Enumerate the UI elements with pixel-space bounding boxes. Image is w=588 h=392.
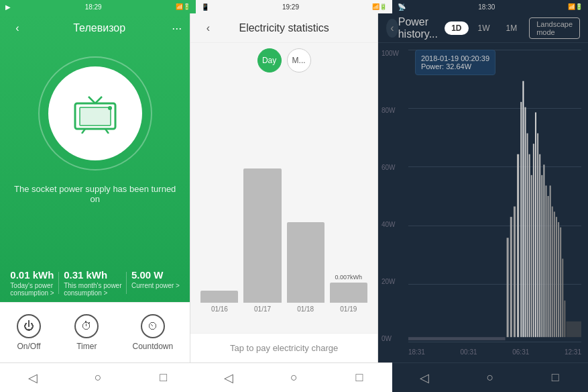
bottom-nav: ◁ ○ □ ◁ ○ □ ◁ ○ □ bbox=[0, 362, 588, 392]
electricity-stats-panel: ‹ Electricity statistics Day M... 01/16 … bbox=[190, 13, 378, 362]
status-time-2: 19:29 bbox=[282, 3, 299, 11]
y-axis-labels: 100W 80W 60W 40W 20W 0W bbox=[381, 50, 399, 342]
nav-recent-2[interactable]: □ bbox=[349, 367, 370, 389]
stat-today-label: Today's powerconsumption > bbox=[10, 282, 54, 297]
y-label-100w: 100W bbox=[381, 50, 399, 57]
svg-rect-28 bbox=[552, 207, 553, 338]
onoff-button[interactable]: ⏻ On/Off bbox=[17, 314, 41, 351]
stat-divider-1 bbox=[58, 272, 59, 294]
svg-rect-35 bbox=[566, 322, 581, 337]
tv-circle-inner[interactable] bbox=[48, 66, 142, 160]
tab-1d[interactable]: 1D bbox=[445, 21, 468, 35]
stat-divider-2 bbox=[126, 272, 127, 294]
nav-home-3[interactable]: ○ bbox=[479, 367, 501, 389]
timer-icon: ⏱ bbox=[74, 314, 99, 338]
bar-rect-01-19 bbox=[330, 283, 367, 303]
status-right-icons-3: 📶🔋 bbox=[568, 3, 583, 10]
tv-header: ‹ Телевизор ··· bbox=[0, 13, 190, 43]
timer-label: Timer bbox=[76, 342, 97, 351]
svg-point-6 bbox=[108, 106, 112, 110]
electricity-title: Electricity statistics bbox=[239, 22, 329, 34]
status-time-3: 18:30 bbox=[478, 3, 495, 11]
tab-1w[interactable]: 1W bbox=[471, 21, 497, 35]
pay-electricity-button[interactable]: Tap to pay electricity charge bbox=[190, 333, 377, 362]
bar-01-17: 01/17 bbox=[243, 166, 281, 313]
countdown-button[interactable]: ⏲ Countdown bbox=[133, 314, 174, 351]
nav-panel3: ◁ ○ □ bbox=[392, 362, 588, 392]
nav-panel2: ◁ ○ □ bbox=[196, 362, 392, 392]
svg-rect-16 bbox=[526, 134, 528, 338]
bar-chart: 01/16 01/17 01/18 0.007kWh 01/19 bbox=[190, 78, 377, 333]
svg-rect-13 bbox=[520, 102, 522, 337]
svg-rect-11 bbox=[514, 207, 516, 338]
stat-today-value: 0.01 kWh bbox=[10, 269, 54, 281]
svg-rect-21 bbox=[537, 134, 538, 338]
stat-month-value: 0.31 kWh bbox=[64, 269, 107, 281]
bar-rect-01-18 bbox=[287, 222, 325, 303]
power-history-header: ‹ Power history... 1D 1W 1M Landscape mo… bbox=[378, 13, 588, 43]
bar-01-16: 01/16 bbox=[200, 289, 238, 313]
stat-current[interactable]: 5.00 W Current power > bbox=[131, 269, 180, 297]
tv-control-panel: ‹ Телевизор ··· bbox=[0, 13, 190, 362]
status-time-1: 18:29 bbox=[85, 3, 102, 11]
tv-circle-outer bbox=[38, 56, 152, 170]
svg-rect-32 bbox=[560, 228, 561, 338]
x-label-1231: 12:31 bbox=[565, 348, 581, 356]
onoff-icon: ⏻ bbox=[17, 314, 41, 338]
nav-home-1[interactable]: ○ bbox=[87, 367, 109, 389]
svg-rect-31 bbox=[558, 222, 559, 337]
y-label-20w: 20W bbox=[381, 278, 399, 285]
status-bar-panel3: 📡 18:30 📶🔋 bbox=[392, 0, 588, 13]
bar-rect-01-16 bbox=[200, 291, 238, 303]
bar-date-01-16: 01/16 bbox=[211, 305, 228, 313]
status-bar-panel2: 📱 19:29 📶🔋 bbox=[196, 0, 392, 13]
power-history-back-button[interactable]: ‹ bbox=[386, 19, 398, 38]
stat-month[interactable]: 0.31 kWh This month's powerconsumption > bbox=[64, 269, 121, 297]
svg-rect-9 bbox=[506, 238, 508, 337]
svg-rect-12 bbox=[517, 154, 519, 338]
tv-status-message: The socket power supply has been turned … bbox=[0, 177, 190, 211]
power-stats-row: 0.01 kWh Today's powerconsumption > 0.31… bbox=[0, 264, 190, 302]
bar-01-18: 01/18 bbox=[287, 220, 325, 313]
electricity-back-button[interactable]: ‹ bbox=[198, 19, 217, 38]
tab-day[interactable]: Day bbox=[257, 48, 282, 72]
svg-rect-20 bbox=[535, 112, 536, 337]
tv-back-button[interactable]: ‹ bbox=[8, 19, 27, 38]
svg-rect-8 bbox=[408, 337, 506, 340]
nav-back-1[interactable]: ◁ bbox=[22, 367, 44, 389]
timer-button[interactable]: ⏱ Timer bbox=[74, 314, 99, 351]
bar-label-01-19: 0.007kWh bbox=[335, 274, 363, 281]
svg-rect-17 bbox=[529, 154, 530, 338]
x-label-0631: 06:31 bbox=[512, 348, 529, 356]
x-axis-labels: 18:31 00:31 06:31 12:31 bbox=[408, 348, 581, 356]
landscape-mode-button[interactable]: Landscape mode bbox=[529, 17, 580, 39]
nav-home-2[interactable]: ○ bbox=[283, 367, 304, 389]
stat-current-value: 5.00 W bbox=[131, 269, 164, 281]
svg-rect-15 bbox=[524, 107, 526, 338]
pay-electricity-label: Tap to pay electricity charge bbox=[230, 343, 338, 353]
power-history-panel: ‹ Power history... 1D 1W 1M Landscape mo… bbox=[378, 13, 588, 362]
svg-rect-26 bbox=[547, 196, 548, 337]
chart-tabs: Day M... bbox=[190, 43, 377, 78]
nav-recent-3[interactable]: □ bbox=[544, 367, 566, 389]
status-icon-3: 📡 bbox=[398, 3, 406, 11]
status-bar-panel1: ▶ 18:29 📶🔋 bbox=[0, 0, 196, 13]
nav-back-3[interactable]: ◁ bbox=[414, 367, 435, 389]
nav-recent-1[interactable]: □ bbox=[153, 367, 174, 389]
svg-rect-30 bbox=[556, 217, 557, 337]
stat-today[interactable]: 0.01 kWh Today's powerconsumption > bbox=[10, 269, 54, 297]
power-chart-area: 100W 80W 60W 40W 20W 0W 2018-01-19 00:20… bbox=[378, 43, 588, 362]
tab-month[interactable]: M... bbox=[287, 48, 311, 72]
onoff-label: On/Off bbox=[17, 342, 41, 351]
svg-rect-23 bbox=[541, 175, 542, 337]
stat-current-label: Current power > bbox=[131, 282, 180, 289]
tv-more-button[interactable]: ··· bbox=[172, 21, 182, 36]
svg-rect-25 bbox=[545, 185, 546, 337]
y-label-40w: 40W bbox=[381, 221, 399, 228]
svg-rect-14 bbox=[522, 81, 524, 338]
power-history-title: Power history... bbox=[398, 16, 445, 40]
nav-back-2[interactable]: ◁ bbox=[218, 367, 239, 389]
y-label-0w: 0W bbox=[381, 335, 399, 342]
status-left-icon: ▶ bbox=[5, 3, 11, 11]
tab-1m[interactable]: 1M bbox=[499, 21, 524, 35]
